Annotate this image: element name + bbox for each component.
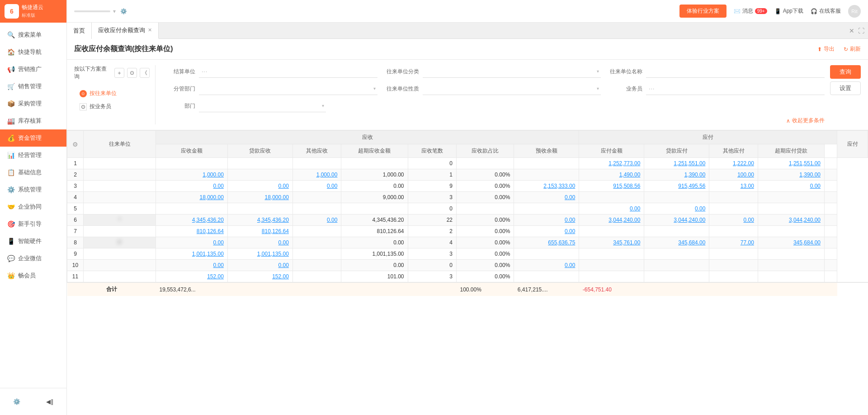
row-ar-other[interactable]: 0.00 — [292, 215, 341, 226]
row-ap-loan[interactable] — [644, 271, 709, 283]
filter-collapse-btn[interactable]: 《 — [140, 68, 150, 78]
row-ar-prepay[interactable]: 655,636.75 — [514, 237, 579, 248]
solution-btn[interactable]: 体验行业方案 — [679, 5, 726, 18]
row-ap-overdue[interactable] — [758, 192, 824, 203]
collapse-more-btn[interactable]: ∧ 收起更多条件 — [786, 117, 825, 124]
method-by-partner[interactable]: ⊙ 按往来单位 — [74, 88, 150, 99]
sidebar-item-system[interactable]: ⚙️ 系统管理 — [0, 181, 66, 198]
dept-input[interactable]: ▾ — [199, 100, 326, 112]
row-ar-loan[interactable]: 1,001,135.00 — [227, 248, 292, 260]
sidebar-item-inventory[interactable]: 🏭 库存核算 — [0, 112, 66, 129]
row-ap-loan[interactable]: 1,390.00 — [644, 169, 709, 181]
row-ap-overdue[interactable]: 1,251,551.00 — [758, 158, 824, 169]
row-ar-prepay[interactable]: 0.00 — [514, 260, 579, 271]
sidebar-item-purchase[interactable]: 📦 采购管理 — [0, 95, 66, 112]
row-ap-loan[interactable] — [644, 260, 709, 271]
row-ap-overdue[interactable] — [758, 248, 824, 260]
row-ar-other[interactable] — [292, 237, 341, 248]
row-ap-loan[interactable] — [644, 248, 709, 260]
row-ap-overdue[interactable] — [758, 260, 824, 271]
row-ap-overdue[interactable] — [758, 271, 824, 283]
row-ar-prepay[interactable] — [514, 203, 579, 215]
row-ap-overdue[interactable]: 3,044,240.00 — [758, 215, 824, 226]
row-ar-loan[interactable] — [227, 158, 292, 169]
row-ar-amount[interactable]: 18,000.00 — [156, 192, 228, 203]
row-ar-other[interactable] — [292, 260, 341, 271]
row-ar-amount[interactable]: 810,126.64 — [156, 226, 228, 237]
row-ar-prepay[interactable]: 0.00 — [514, 215, 579, 226]
sidebar-item-marketing[interactable]: 📢 营销推广 — [0, 61, 66, 78]
row-ar-other[interactable] — [292, 271, 341, 283]
row-ap-other[interactable]: 100.00 — [709, 169, 758, 181]
row-ar-amount[interactable]: 1,001,135.00 — [156, 248, 228, 260]
partner-name-input[interactable] — [646, 65, 825, 78]
set-btn[interactable]: 设置 — [830, 81, 861, 95]
sidebar-item-operation[interactable]: 📊 经营管理 — [0, 147, 66, 164]
row-ar-other[interactable]: 0.00 — [292, 181, 341, 192]
row-ap-other[interactable] — [709, 260, 758, 271]
sidebar-item-corp-wx[interactable]: 💬 企业微信 — [0, 250, 66, 267]
tab-close-all-btn[interactable]: ✕ — [849, 27, 854, 34]
row-ap-amount[interactable] — [579, 260, 644, 271]
row-ar-amount[interactable]: 0.00 — [156, 181, 228, 192]
row-ap-amount[interactable] — [579, 248, 644, 260]
export-btn[interactable]: ⬆ 导出 — [817, 45, 835, 53]
row-ap-other[interactable] — [709, 271, 758, 283]
dept-manage-input[interactable]: ▾ — [199, 82, 377, 95]
row-ap-loan[interactable]: 345,684.00 — [644, 237, 709, 248]
row-ap-other[interactable]: 1,222.00 — [709, 158, 758, 169]
table-settings-icon[interactable]: ⚙ — [72, 141, 78, 148]
app-download-btn[interactable]: 📱 App下载 — [774, 7, 803, 15]
row-ap-overdue[interactable] — [758, 203, 824, 215]
tab-expand-btn[interactable]: ⛶ — [858, 27, 864, 34]
sidebar-collapse-btn[interactable]: ◀‖ — [39, 395, 61, 409]
row-ap-other[interactable]: 77.00 — [709, 237, 758, 248]
row-ar-other[interactable] — [292, 226, 341, 237]
row-ar-loan[interactable] — [227, 169, 292, 181]
row-ap-amount[interactable]: 3,044,240.00 — [579, 215, 644, 226]
row-ar-loan[interactable]: 4,345,436.20 — [227, 215, 292, 226]
row-ar-prepay[interactable]: 0.00 — [514, 192, 579, 203]
row-ap-amount[interactable] — [579, 271, 644, 283]
row-ap-loan[interactable]: 1,251,551.00 — [644, 158, 709, 169]
sidebar-item-newbie[interactable]: 🎯 新手引导 — [0, 215, 66, 233]
row-ap-amount[interactable]: 915,508.56 — [579, 181, 644, 192]
sidebar-item-basic-info[interactable]: 📋 基础信息 — [0, 164, 66, 181]
sidebar-item-search-menu[interactable]: 🔍 搜索菜单 — [0, 26, 66, 43]
row-ar-prepay[interactable] — [514, 248, 579, 260]
row-ar-loan[interactable] — [227, 203, 292, 215]
sidebar-item-quick-nav[interactable]: 🏠 快捷导航 — [0, 43, 66, 61]
row-ap-other[interactable] — [709, 203, 758, 215]
row-ar-loan[interactable]: 0.00 — [227, 260, 292, 271]
row-ar-prepay[interactable] — [514, 169, 579, 181]
row-ar-prepay[interactable] — [514, 271, 579, 283]
row-ap-other[interactable] — [709, 226, 758, 237]
row-ap-amount[interactable]: 345,761.00 — [579, 237, 644, 248]
row-ar-loan[interactable]: 152.00 — [227, 271, 292, 283]
filter-add-btn[interactable]: ＋ — [114, 68, 124, 78]
row-ap-amount[interactable]: 1,490.00 — [579, 169, 644, 181]
row-ar-prepay[interactable]: 2,153,333.00 — [514, 181, 579, 192]
row-ap-other[interactable]: 0.00 — [709, 215, 758, 226]
row-ap-amount[interactable] — [579, 192, 644, 203]
tab-close-btn[interactable]: ✕ — [148, 27, 152, 33]
online-service-btn[interactable]: 🎧 在线客服 — [811, 7, 841, 15]
sidebar-item-corp-collab[interactable]: 🤝 企业协同 — [0, 198, 66, 215]
row-ap-loan[interactable] — [644, 226, 709, 237]
row-ap-overdue[interactable]: 1,390.00 — [758, 169, 824, 181]
row-ar-amount[interactable]: 0.00 — [156, 237, 228, 248]
row-ap-overdue[interactable]: 345,684.00 — [758, 237, 824, 248]
sidebar-item-finance[interactable]: 💰 资金管理 — [0, 129, 66, 147]
row-ap-overdue[interactable] — [758, 226, 824, 237]
row-ap-amount[interactable]: 0.00 — [579, 203, 644, 215]
header-gear-btn[interactable]: ⚙️ — [118, 6, 128, 16]
row-ap-amount[interactable]: 1,252,773.00 — [579, 158, 644, 169]
row-ar-prepay[interactable] — [514, 158, 579, 169]
query-btn[interactable]: 查询 — [830, 65, 861, 79]
settlement-unit-input[interactable]: ··· — [199, 65, 377, 78]
row-ar-amount[interactable]: 152.00 — [156, 271, 228, 283]
row-ar-other[interactable] — [292, 203, 341, 215]
row-ap-other[interactable] — [709, 192, 758, 203]
filter-config-btn[interactable]: ⊙ — [127, 68, 137, 78]
row-ar-loan[interactable]: 810,126.64 — [227, 226, 292, 237]
